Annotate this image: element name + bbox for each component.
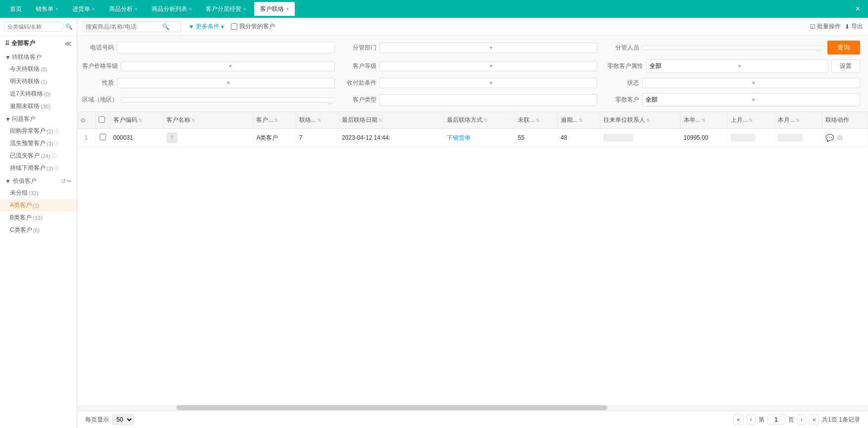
col-level: 客户... ⇅ [253,112,296,129]
toolbar-search-input[interactable] [86,23,160,30]
filter-region: 区域（地区） ··· [82,93,335,107]
sidebar-section-waiting[interactable]: ▼ 待联络客户 [0,51,77,63]
filter-manager-input[interactable]: ··· [642,45,824,50]
nav-tab-customer-contact[interactable]: 客户联络 × [254,2,295,16]
scrollbar-thumb[interactable] [176,405,607,410]
sidebar-search-icon[interactable]: 🔍 [65,23,73,30]
sidebar-item-7days[interactable]: 近7天待联络 (0) [0,88,77,100]
export-btn[interactable]: ⬇ 导出 [845,22,863,31]
sidebar-item-lost[interactable]: 已流失客户 (24) ⓘ [0,150,77,162]
filter-more-btn[interactable]: ▼ 更多条件 ▾ [185,21,227,32]
horizontal-scrollbar[interactable] [77,405,868,411]
cell-checkbox [95,129,110,147]
col-last-method: 最后联络方式 ⇅ [443,112,515,129]
batch-op-btn[interactable]: ☑ 批量操作 [810,22,841,31]
contact-person-sort-icon: ⇅ [646,117,650,123]
first-page-btn[interactable]: « [733,415,744,425]
sidebar-search-input[interactable] [4,22,63,32]
sidebar-item-today[interactable]: 今天待联络 (0) [0,63,77,75]
filter-dept-select[interactable]: ▼ [380,43,597,53]
last-method-sort-icon: ⇅ [484,117,488,123]
filter-customer-level-select[interactable]: ▼ [380,61,597,71]
sidebar-item-unclassified[interactable]: 未分组 (32) [0,187,77,199]
nav-tab-sales[interactable]: 销售单 × [30,2,64,16]
filter-icon: ▼ [188,23,194,30]
nav-home[interactable]: 首页 [4,3,28,15]
nav-tab-purchase-close[interactable]: × [92,6,95,12]
nav-tab-customer-contact-close[interactable]: × [286,6,289,12]
filter-retail-attr-select[interactable]: 全部 ▼ [646,59,828,73]
last-contact-link[interactable]: 下销货单 [447,134,471,141]
my-customer-check[interactable] [231,23,237,30]
nav-tab-analysis-close[interactable]: × [135,6,138,12]
customer-table: ⚙ 客户编码 ⇅ 客户名称 [77,112,868,147]
sidebar-item-warning[interactable]: 流失预警客户 (3) ⓘ [0,137,77,150]
settings-button[interactable]: 设置 [831,59,860,73]
sidebar-collapse-icon[interactable]: ≪ [64,40,72,48]
toolbar-search-icon[interactable]: 🔍 [162,23,169,30]
row-checkbox[interactable] [100,134,106,140]
refresh-icon[interactable]: ↺ [61,178,66,185]
nav-tab-analysis-list-close[interactable]: × [189,6,192,12]
sidebar-item-declining[interactable]: 持续下滑客户 (2) ⓘ [0,162,77,174]
select-all-checkbox[interactable] [99,116,105,123]
sidebar-item-class-c[interactable]: C类客户 (6) [0,224,77,236]
nav-tab-sales-close[interactable]: × [55,6,58,12]
filter-customer-type-input[interactable] [380,94,597,106]
nav-tab-analysis[interactable]: 商品分析 × [103,2,144,16]
prev-page-btn[interactable]: ‹ [747,415,756,425]
col-uncontacted: 未联... ⇅ [515,112,557,129]
col-contact: 联络... ⇅ [296,112,338,129]
nav-tab-purchase[interactable]: 进货单 × [66,2,101,16]
sidebar-section-problem[interactable]: ▼ 问题客户 [0,112,77,125]
col-last-month: 上月... ⇅ [728,112,775,129]
this-year-sort-icon: ⇅ [702,117,705,123]
query-button[interactable]: 查询 [827,41,860,54]
nav-tab-analysis-list[interactable]: 商品分析列表 × [146,2,198,16]
sidebar-item-overdue[interactable]: 逾期未联络 (30) [0,100,77,112]
sidebar-search-area: 🔍 [0,18,77,36]
filter-nature: 性质 ▼ [82,78,335,88]
check-icon: ☑ [810,23,815,30]
filter-customer-type-label: 客户类型 [345,96,377,104]
filter-region-label: 区域（地区） [82,96,118,104]
filter-price-level-select[interactable]: ▼ [121,61,335,71]
retail-down-icon: ▼ [751,97,857,103]
content-area: 🔍 ▼ 更多条件 ▾ 我分管的客户 ☑ 批量操作 ⬇ 导出 [77,18,868,428]
top-nav: 首页 销售单 × 进货单 × 商品分析 × 商品分析列表 × 客户分层经营 × … [0,0,868,18]
filter-phone-input[interactable] [117,42,335,54]
col-overdue: 逾期... ⇅ [557,112,600,129]
filter-region-input[interactable]: ··· [121,98,335,103]
sidebar-all-customers[interactable]: ⠿ 全部客户 ≪ [0,36,77,51]
message-icon[interactable]: 💬 [825,134,834,142]
sidebar-item-class-b[interactable]: B类客户 (33) [0,212,77,224]
sidebar-section-value[interactable]: ▼ 价值客户 ↺ ✏ [0,174,77,187]
filter-status-label: 状态 [607,79,639,87]
cell-name: ? [163,129,253,147]
name-sort-icon: ⇅ [191,117,195,123]
footer-pagination: « ‹ 第 1 页 › » 共1页 1条记录 [733,415,860,425]
sidebar-item-abnormal[interactable]: 回购异常客户 (2) ⓘ [0,125,77,137]
my-customer-checkbox[interactable]: 我分管的客户 [231,22,275,31]
edit-icon[interactable]: ✏ [67,178,72,185]
col-last-date: 最后联络日期 ⇅ [338,112,443,129]
filter-status-select[interactable]: ▼ [642,78,860,88]
price-level-down-icon: ▼ [228,63,331,69]
per-page-select[interactable]: 50 [112,414,134,425]
nav-tab-customer-segment-close[interactable]: × [243,6,246,12]
region-dots-icon: ··· [327,100,332,107]
info-icon-2: ⓘ [54,140,59,147]
page-input[interactable]: 1 [767,415,785,425]
top-nav-close[interactable]: × [852,2,864,15]
action-gear-icon[interactable]: ⚙ [837,134,843,142]
next-page-btn[interactable]: › [797,415,806,425]
cell-level: A类客户 [253,129,296,147]
filter-retail-select[interactable]: 全部 ▼ [642,93,860,107]
sidebar-item-tomorrow[interactable]: 明天待联络 (1) [0,75,77,88]
last-page-btn[interactable]: » [809,415,819,425]
sidebar-item-class-a[interactable]: A类客户 (1) [0,199,77,212]
filter-payment-select[interactable]: ▼ [380,78,597,88]
nav-tab-customer-segment[interactable]: 客户分层经营 × [200,2,252,16]
table-gear-icon[interactable]: ⚙ [80,117,86,124]
filter-nature-select[interactable]: ▼ [117,78,335,88]
